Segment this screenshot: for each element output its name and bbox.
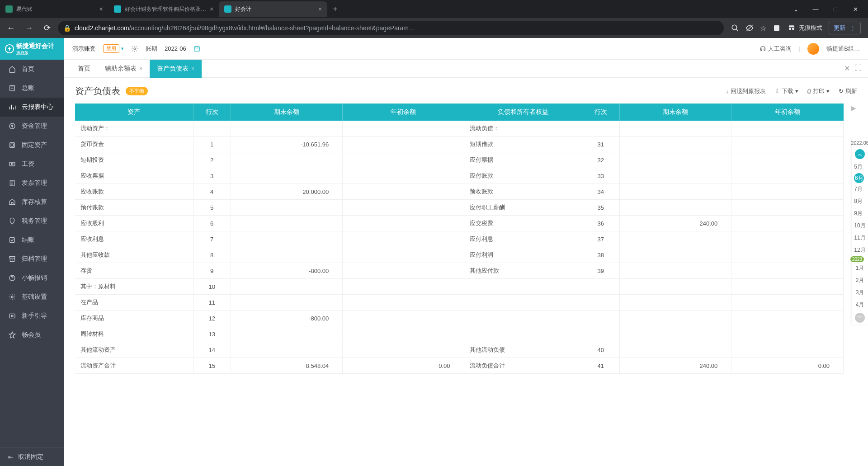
table-row[interactable]: 其他应收款8应付利润38 xyxy=(75,247,844,263)
close-all-tabs[interactable]: ✕ xyxy=(844,64,850,73)
sidebar-item-ledger[interactable]: 总账 xyxy=(0,79,64,98)
close-icon[interactable]: × xyxy=(99,5,103,13)
user-name[interactable]: 畅捷通B组… xyxy=(826,45,860,53)
new-tab-button[interactable]: + xyxy=(327,5,343,14)
sidebar-item-close[interactable]: 结账 xyxy=(0,231,64,249)
month-item[interactable]: 6月 xyxy=(854,173,864,183)
table-row[interactable]: 货币资金1-10,651.96短期借款31 xyxy=(75,137,844,152)
browser-tab-2[interactable]: 好会计 × xyxy=(219,1,327,17)
table-row[interactable]: 其他流动资产14其他流动负债40 xyxy=(75,342,844,358)
cell-end1 xyxy=(231,168,343,184)
page-tab-0[interactable]: 首页 xyxy=(71,60,98,78)
scroll-right-icon[interactable]: ▶ xyxy=(851,104,856,112)
month-item[interactable]: 10月 xyxy=(854,220,865,232)
sidebar-item-archive[interactable]: 归档管理 xyxy=(0,249,64,268)
close-window-icon[interactable]: ✕ xyxy=(850,6,861,13)
update-button[interactable]: 更新 ⋮ xyxy=(829,22,861,34)
month-item[interactable]: 8月 xyxy=(854,195,865,207)
cell-seq1: 4 xyxy=(193,184,231,200)
month-down-button[interactable]: ︾ xyxy=(855,313,865,323)
sidebar-item-settings[interactable]: 基础设置 xyxy=(0,287,64,306)
table-row[interactable]: 预付账款5应付职工薪酬35 xyxy=(75,200,844,216)
star-icon[interactable]: ☆ xyxy=(760,24,766,33)
cell-asset: 周转材料 xyxy=(75,326,193,342)
table-row[interactable]: 流动资产合计158,548.040.00流动负债合计41240.000.00 xyxy=(75,358,844,374)
cell-liab: 短期借款 xyxy=(464,137,582,152)
sidebar-item-tax[interactable]: 税务管理 xyxy=(0,212,64,231)
headset-icon xyxy=(760,45,766,52)
month-item[interactable]: 7月 xyxy=(854,183,865,195)
month-item[interactable]: 12月 xyxy=(854,244,865,256)
month-item[interactable]: 9月 xyxy=(854,207,865,220)
close-icon[interactable]: × xyxy=(210,5,213,13)
download-action[interactable]: ⇩下载▾ xyxy=(775,87,798,95)
table-row[interactable]: 其中：原材料10 xyxy=(75,279,844,295)
browser-tab-1[interactable]: 好会计财务管理软件购买价格及… × xyxy=(108,1,219,17)
sidebar-item-home[interactable]: 首页 xyxy=(0,60,64,79)
month-item[interactable]: 11月 xyxy=(854,232,865,244)
avatar[interactable] xyxy=(807,43,819,55)
cell-begin2 xyxy=(731,326,844,342)
calendar-icon[interactable] xyxy=(193,45,200,52)
sidebar-item-stock[interactable]: 库存核算 xyxy=(0,193,64,212)
close-icon[interactable]: × xyxy=(139,66,142,72)
page-tab-1[interactable]: 辅助余额表× xyxy=(98,60,150,78)
chevron-down-icon[interactable]: ⌄ xyxy=(790,6,801,13)
maximize-icon[interactable]: □ xyxy=(830,6,841,13)
cell-seq1: 14 xyxy=(193,342,231,358)
reload-button[interactable]: ⟳ xyxy=(40,21,54,35)
tab-title: 易代账 xyxy=(16,5,33,13)
sidebar-item-money[interactable]: 资金管理 xyxy=(0,117,64,136)
cell-end2 xyxy=(619,121,731,137)
app-logo[interactable]: 畅捷通好会计 旗舰版 xyxy=(0,38,64,60)
disable-badge[interactable]: 禁用 xyxy=(103,44,119,53)
table-row[interactable]: 存货9-800.00其他应付款39 xyxy=(75,263,844,279)
table-row[interactable]: 应收账款420,000.00预收账款34 xyxy=(75,184,844,200)
table-row[interactable]: 库存商品12-800.00 xyxy=(75,311,844,326)
page-tab-2[interactable]: 资产负债表× xyxy=(150,60,202,78)
support-link[interactable]: 人工咨询 xyxy=(760,45,792,53)
print-action[interactable]: ⎙打印▾ xyxy=(807,87,830,95)
forward-button[interactable]: → xyxy=(22,21,36,35)
account-name[interactable]: 演示账套 xyxy=(72,45,96,53)
sidebar-item-guide[interactable]: 新手引导 xyxy=(0,306,64,325)
eye-off-icon[interactable] xyxy=(745,24,754,32)
sidebar-item-salary[interactable]: 工资 xyxy=(0,155,64,174)
refresh-action[interactable]: ↻刷新 xyxy=(839,87,857,95)
cell-asset: 预付账款 xyxy=(75,200,193,216)
month-item[interactable]: 3月 xyxy=(856,287,864,299)
browser-tab-0[interactable]: 易代账 × xyxy=(0,1,108,17)
address-bar[interactable]: 🔒 cloud2.chanjet.com/accounting/uh26t264… xyxy=(58,21,724,35)
table-row[interactable]: 流动资产：流动负债： xyxy=(75,121,844,137)
table-row[interactable]: 在产品11 xyxy=(75,295,844,311)
sidebar-item-invoice[interactable]: 发票管理 xyxy=(0,174,64,193)
month-item[interactable]: 5月 xyxy=(854,161,865,173)
sidebar-unpin[interactable]: ⇤ 取消固定 xyxy=(0,447,64,466)
period-value[interactable]: 2022-06 xyxy=(165,45,186,52)
sidebar-item-vip[interactable]: 畅会员 xyxy=(0,325,64,344)
zoom-icon[interactable] xyxy=(731,24,739,32)
table-row[interactable]: 应收票据3应付账款33 xyxy=(75,168,844,184)
extensions-icon[interactable] xyxy=(773,24,781,32)
table-row[interactable]: 应收利息7应付利息37 xyxy=(75,231,844,247)
table-row[interactable]: 短期投资2应付票据32 xyxy=(75,152,844,168)
month-item[interactable]: 2月 xyxy=(856,274,864,287)
sidebar-item-chart[interactable]: 云报表中心 xyxy=(0,98,64,117)
revert-action[interactable]: ↓回退到原报表 xyxy=(726,87,766,95)
table-row[interactable]: 周转材料13 xyxy=(75,326,844,342)
close-icon[interactable]: × xyxy=(318,5,322,13)
minimize-icon[interactable]: — xyxy=(810,6,821,13)
chevron-down-icon[interactable]: ▾ xyxy=(121,46,124,52)
fullscreen-icon[interactable]: ⛶ xyxy=(854,64,862,73)
close-icon[interactable]: × xyxy=(191,66,194,72)
cell-asset: 库存商品 xyxy=(75,311,193,326)
back-button[interactable]: ← xyxy=(4,21,18,35)
month-item[interactable]: 4月 xyxy=(856,299,864,311)
sidebar-item-expense[interactable]: 小畅报销 xyxy=(0,268,64,287)
table-row[interactable]: 应收股利6应交税费36240.00 xyxy=(75,216,844,231)
month-item[interactable]: 1月 xyxy=(856,262,864,274)
sidebar-item-asset[interactable]: 固定资产 xyxy=(0,136,64,155)
month-up-button[interactable]: ︽ xyxy=(855,149,865,159)
gear-icon[interactable] xyxy=(131,45,138,52)
cell-end1 xyxy=(231,342,343,358)
